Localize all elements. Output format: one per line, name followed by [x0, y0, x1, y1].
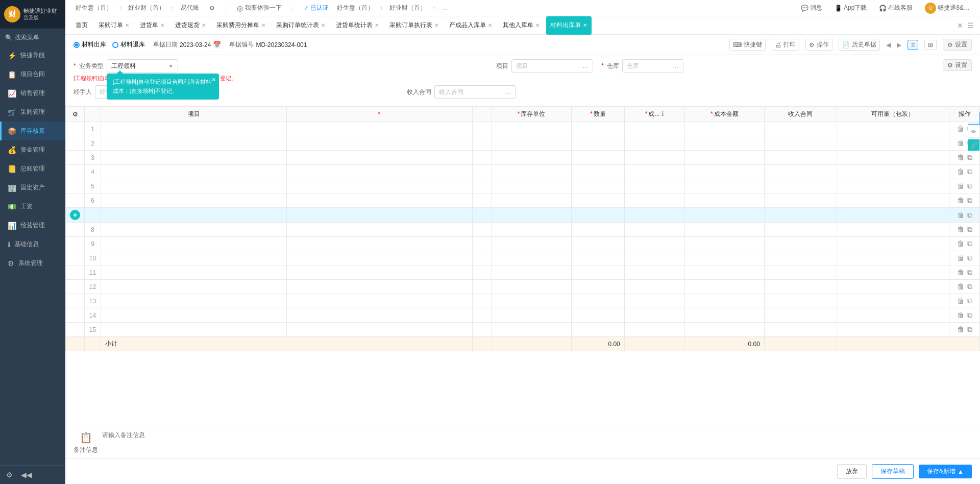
sidebar-item-accounting[interactable]: 📒 总账管理: [0, 159, 65, 178]
delete-row-icon[interactable]: 🗑: [955, 196, 966, 204]
copy-row-icon[interactable]: ⧉: [966, 325, 974, 333]
tab-close-icon[interactable]: ✕: [321, 22, 325, 28]
row-income-contract[interactable]: [764, 122, 837, 136]
warehouse-input[interactable]: 仓库 …: [622, 59, 683, 72]
nav-message[interactable]: 💬 消息: [799, 4, 824, 12]
row-project[interactable]: [101, 122, 287, 136]
calendar-icon[interactable]: 📅: [213, 41, 221, 49]
copy-row-icon[interactable]: ⧉: [966, 297, 974, 305]
copy-row-icon[interactable]: ⧉: [966, 153, 974, 161]
row-unit[interactable]: [492, 136, 571, 151]
delete-row-icon[interactable]: 🗑: [955, 282, 966, 291]
nav-try[interactable]: ◎ 我要体验一下: [235, 4, 284, 12]
radio-material-out[interactable]: 材料出库: [74, 40, 106, 49]
print-btn[interactable]: 🖨 打印: [772, 39, 799, 51]
settings-btn[interactable]: ⚙ 设置: [943, 39, 972, 51]
nav-good-biz2[interactable]: 好生意（首）: [335, 4, 376, 12]
sidebar-item-system[interactable]: ⚙ 系统管理: [0, 254, 65, 273]
operations-btn[interactable]: ⚙ 操作: [805, 39, 832, 51]
row-income-contract-input[interactable]: [764, 208, 837, 223]
copy-row-icon[interactable]: ⧉: [966, 196, 974, 204]
discard-button[interactable]: 放弃: [837, 464, 867, 479]
row-cost[interactable]: [624, 151, 684, 165]
tab-close-icon[interactable]: ✕: [125, 22, 129, 28]
settings-bottom-icon[interactable]: ⚙: [6, 471, 13, 479]
copy-row-icon[interactable]: ⧉: [966, 254, 974, 262]
income-contract-input[interactable]: 收入合同 …: [434, 85, 516, 99]
tab-purchase-order[interactable]: 采购订单 ✕: [94, 16, 134, 35]
row-cost[interactable]: [624, 122, 684, 136]
row-income-contract[interactable]: [764, 151, 837, 165]
row-project[interactable]: [101, 193, 287, 208]
tab-return-goods[interactable]: 进货退货 ✕: [171, 16, 210, 35]
row-income-contract[interactable]: [764, 165, 837, 179]
sidebar-item-project-contract[interactable]: 📋 项目合同: [0, 65, 65, 84]
material-cell-input[interactable]: [291, 211, 468, 219]
date-value[interactable]: 2023-03-24: [180, 41, 211, 49]
nav-plus-finance[interactable]: 好业财（首）: [126, 4, 167, 12]
row-cost[interactable]: [624, 136, 684, 151]
row-material-input[interactable]: [287, 208, 473, 223]
sidebar-item-salary[interactable]: 💵 工资: [0, 197, 65, 216]
sidebar-item-operations[interactable]: 📊 经营管理: [0, 216, 65, 235]
row-available[interactable]: [837, 136, 949, 151]
copy-row-icon[interactable]: ⧉: [966, 239, 974, 248]
row-quantity[interactable]: [571, 122, 624, 136]
row-spec[interactable]: [473, 122, 492, 136]
row-material[interactable]: [287, 136, 473, 151]
row-cost-input[interactable]: [624, 208, 684, 223]
tab-purchase-stats[interactable]: 采购订单统计表 ✕: [272, 16, 330, 35]
row-available[interactable]: [837, 179, 949, 193]
add-row-btn[interactable]: +: [70, 210, 80, 220]
delete-row-icon[interactable]: 🗑: [955, 254, 966, 262]
row-available[interactable]: [837, 193, 949, 208]
list-view-btn[interactable]: ≡: [908, 40, 918, 50]
copy-row-icon[interactable]: ⧉: [966, 311, 974, 319]
delete-row-icon[interactable]: 🗑: [955, 153, 966, 161]
row-available-input[interactable]: [837, 208, 949, 223]
delete-row-icon[interactable]: 🗑: [955, 139, 966, 147]
tab-close-icon[interactable]: ✕: [583, 22, 587, 28]
sidebar-search[interactable]: 🔍 搜索菜单: [0, 29, 65, 46]
row-project[interactable]: [101, 136, 287, 151]
nav-user[interactable]: U 畅捷通8&…: [923, 3, 972, 14]
row-cost-amount[interactable]: [684, 151, 764, 165]
tab-menu-icon[interactable]: ☰: [967, 21, 974, 30]
copy-row-icon[interactable]: ⧉: [966, 167, 974, 176]
delete-row-icon[interactable]: 🗑: [955, 297, 966, 305]
sidebar-item-quick-nav[interactable]: ⚡ 快捷导航: [0, 46, 65, 65]
row-material[interactable]: [287, 122, 473, 136]
row-cost-amount-input[interactable]: [684, 208, 764, 223]
row-cost-amount[interactable]: [684, 165, 764, 179]
nav-prev-icon[interactable]: ◀: [886, 41, 891, 49]
delete-row-icon[interactable]: 🗑: [955, 268, 966, 276]
row-project[interactable]: [101, 179, 287, 193]
form-view-btn[interactable]: ⊞: [924, 40, 937, 50]
row-cost-amount[interactable]: [684, 136, 764, 151]
sidebar-item-fixed-assets[interactable]: 🏢 固定资产: [0, 178, 65, 197]
tab-receipt-stats[interactable]: 进货单统计表 ✕: [332, 16, 383, 35]
delete-row-icon[interactable]: 🗑: [955, 125, 966, 133]
row-quantity[interactable]: [571, 136, 624, 151]
row-unit[interactable]: [492, 151, 571, 165]
tab-other-in[interactable]: 其他入库单 ✕: [499, 16, 544, 35]
row-cost-amount[interactable]: [684, 179, 764, 193]
sidebar-item-sales[interactable]: 📈 销售管理: [0, 84, 65, 103]
save-new-button[interactable]: 保存&新增 ▲: [919, 465, 972, 478]
delete-row-icon[interactable]: 🗑: [955, 311, 966, 319]
row-quantity[interactable]: [571, 193, 624, 208]
tab-purchase-cost[interactable]: 采购费用分摊单 ✕: [212, 16, 270, 35]
income-contract-dots-icon[interactable]: …: [505, 88, 511, 95]
copy-row-icon[interactable]: ⧉: [966, 182, 974, 190]
nav-online-service[interactable]: 🎧 在线客服: [877, 4, 915, 12]
row-available[interactable]: [837, 151, 949, 165]
delete-row-icon[interactable]: 🗑: [955, 225, 966, 233]
row-spec[interactable]: [473, 136, 492, 151]
form-settings-btn[interactable]: ⚙ 设置: [943, 59, 972, 71]
nav-app-download[interactable]: 📱 App下载: [832, 4, 869, 12]
row-unit[interactable]: [492, 165, 571, 179]
tab-close-icon[interactable]: ✕: [535, 22, 540, 28]
sidebar-item-finance[interactable]: 💰 资金管理: [0, 140, 65, 159]
collapse-icon[interactable]: ◀◀: [21, 471, 32, 479]
row-project-input[interactable]: [101, 208, 287, 223]
